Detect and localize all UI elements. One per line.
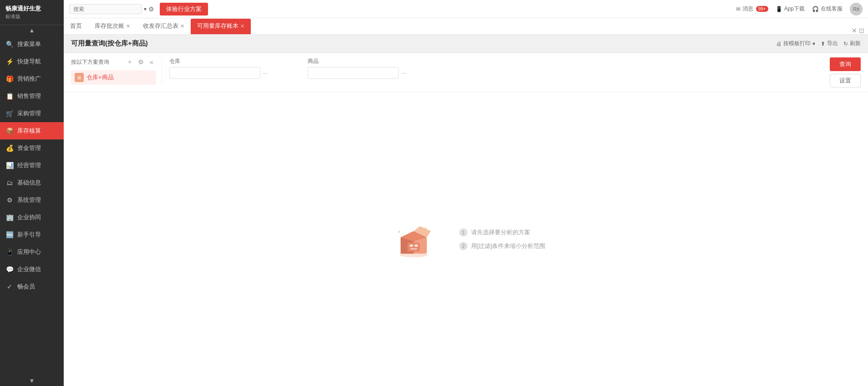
sidebar-item-search[interactable]: 🔍 搜索菜单 [0, 36, 64, 53]
sidebar-item-label: 基础信息 [17, 179, 41, 187]
main-container: ▾ ⚙ 体验行业方案 ✉ 消息 99+ 📱 App下载 🎧 在线客服 Rit [64, 0, 868, 386]
sidebar-item-label: 快捷导航 [17, 57, 41, 66]
sidebar-item-label: 畅会员 [17, 283, 35, 291]
settings-scheme-btn[interactable]: ⚙ [136, 57, 145, 67]
topbar-search-area: ▾ ⚙ [69, 4, 154, 14]
sidebar-item-shortcut[interactable]: ⚡ 快捷导航 [0, 53, 64, 70]
tab-batch-close[interactable]: ✕ [126, 23, 130, 29]
sidebar-item-sales[interactable]: 📋 销售管理 [0, 87, 64, 105]
product-input[interactable] [308, 67, 399, 79]
topbar: ▾ ⚙ 体验行业方案 ✉ 消息 99+ 📱 App下载 🎧 在线客服 Rit [64, 0, 868, 18]
print-btn[interactable]: 🖨 按模板打印 ▾ [776, 40, 815, 47]
sidebar-item-member[interactable]: ✓ 畅会员 [0, 278, 64, 295]
sidebar-item-label: 应用中心 [17, 248, 41, 256]
filter-settings-btn[interactable]: 设置 [830, 74, 861, 87]
tab-available-close[interactable]: ✕ [240, 23, 244, 29]
scheme-item-warehouse-product[interactable]: ⊞ 仓库+商品 [71, 70, 156, 85]
scroll-up-btn[interactable]: ▲ [0, 25, 64, 36]
export-btn[interactable]: ⬆ 导出 [821, 40, 838, 47]
tabs-bar: 首页 库存批次账 ✕ 收发存汇总表 ✕ 可用量库存账本 ✕ ✕ ⊡ [64, 18, 868, 35]
app-version: 标准版 [5, 14, 20, 19]
inventory-icon: 📦 [5, 127, 14, 135]
page-header: 可用量查询(按仓库+商品) 🖨 按模板打印 ▾ ⬆ 导出 ↻ 刷新 [64, 35, 868, 53]
money-icon: 💰 [5, 144, 14, 152]
trial-btn[interactable]: 体验行业方案 [160, 3, 208, 15]
sidebar-item-marketing[interactable]: 🎁 营销推广 [0, 70, 64, 87]
print-icon: 🖨 [776, 41, 782, 47]
tab-available-label: 可用量库存账本 [197, 22, 239, 30]
tab-home[interactable]: 首页 [64, 19, 88, 34]
app-download-label: App下载 [784, 5, 805, 13]
cart-icon: 🛒 [5, 109, 14, 118]
close-all-tabs-btn[interactable]: ✕ [852, 27, 857, 34]
scroll-down-btn[interactable]: ▼ [0, 376, 64, 386]
filter-scheme-title: 按以下方案查询 [71, 58, 109, 66]
search-settings-btn[interactable]: ⚙ [148, 5, 154, 13]
tip-text-2: 用[过滤]条件来缩小分析范围 [471, 242, 545, 250]
online-service-btn[interactable]: 🎧 在线客服 [812, 5, 843, 13]
sidebar-item-operation[interactable]: 📊 经营管理 [0, 157, 64, 174]
filter-scheme-panel: 按以下方案查询 ＋ ⚙ « ⊞ 仓库+商品 [71, 57, 162, 85]
filter-field-product: 商品 ··· [308, 57, 435, 79]
chart-icon: 📊 [5, 161, 14, 170]
filter-fields: 仓库 ··· 商品 ··· [162, 57, 824, 79]
folder-icon: 🗂 [5, 179, 14, 187]
app-name: 畅康通好生意 [5, 5, 58, 13]
search-input[interactable] [69, 4, 142, 14]
sidebar-logo: 畅康通好生意 标准版 [0, 0, 64, 25]
sidebar-item-wechat[interactable]: 💬 企业微信 [0, 261, 64, 278]
sidebar-item-enterprise[interactable]: 🏢 企业协同 [0, 209, 64, 226]
empty-tip-1: 1 请先选择要分析的方案 [459, 228, 545, 237]
sidebar-item-capital[interactable]: 💰 资金管理 [0, 139, 64, 157]
gift-icon: 🎁 [5, 75, 14, 83]
sidebar-item-label: 系统管理 [17, 196, 41, 204]
empty-box-icon: ✦ ✦ [393, 219, 434, 260]
query-btn[interactable]: 查询 [830, 57, 861, 71]
tab-batch[interactable]: 库存批次账 ✕ [88, 19, 137, 34]
sidebar-item-label: 新手引导 [17, 231, 41, 239]
sidebar-item-label: 经营管理 [17, 161, 41, 170]
message-label: 消息 [742, 5, 753, 13]
export-icon: ⬆ [821, 41, 825, 47]
tabs-actions: ✕ ⊡ [852, 27, 868, 34]
collapse-scheme-btn[interactable]: « [147, 57, 156, 67]
message-badge: 99+ [756, 6, 768, 12]
app-icon: 📱 [5, 248, 14, 256]
phone-icon: 📱 [776, 6, 782, 12]
filter-actions: 查询 设置 [824, 57, 861, 87]
refresh-btn[interactable]: ↻ 刷新 [843, 40, 861, 47]
scheme-item-label: 仓库+商品 [86, 73, 114, 82]
tab-summary[interactable]: 收发存汇总表 ✕ [137, 19, 191, 34]
app-download-btn[interactable]: 📱 App下载 [776, 5, 805, 13]
sidebar-item-appstore[interactable]: 📱 应用中心 [0, 243, 64, 261]
warehouse-more-btn[interactable]: ··· [263, 69, 269, 77]
warehouse-input[interactable] [169, 67, 260, 79]
sidebar-item-inventory[interactable]: 📦 库存核算 [0, 122, 64, 139]
tab-available[interactable]: 可用量库存账本 ✕ [191, 19, 251, 34]
avatar[interactable]: Rit [850, 3, 863, 15]
sidebar-item-system[interactable]: ⚙ 系统管理 [0, 191, 64, 209]
export-label: 导出 [827, 40, 838, 47]
filter-field-warehouse: 仓库 ··· [169, 57, 297, 79]
message-btn[interactable]: ✉ 消息 99+ [736, 5, 768, 13]
enterprise-icon: 🏢 [5, 213, 14, 221]
product-more-btn[interactable]: ··· [401, 69, 407, 77]
search-icon: 🔍 [5, 40, 14, 48]
topbar-right: ✉ 消息 99+ 📱 App下载 🎧 在线客服 Rit [736, 3, 863, 15]
page-header-actions: 🖨 按模板打印 ▾ ⬆ 导出 ↻ 刷新 [776, 40, 861, 47]
sidebar-item-guide[interactable]: 🆕 新手引导 [0, 226, 64, 243]
tab-summary-close[interactable]: ✕ [180, 23, 184, 29]
sidebar-item-basic[interactable]: 🗂 基础信息 [0, 174, 64, 191]
sidebar: 畅康通好生意 标准版 ▲ 🔍 搜索菜单 ⚡ 快捷导航 🎁 营销推广 📋 销售管理… [0, 0, 64, 386]
refresh-icon: ↻ [843, 41, 848, 47]
member-icon: ✓ [5, 283, 14, 291]
print-dropdown-icon: ▾ [812, 41, 815, 47]
add-scheme-btn[interactable]: ＋ [125, 57, 134, 67]
clipboard-icon: 📋 [5, 92, 14, 100]
filter-panel: 按以下方案查询 ＋ ⚙ « ⊞ 仓库+商品 仓库 [64, 53, 868, 93]
sidebar-item-purchase[interactable]: 🛒 采购管理 [0, 105, 64, 122]
maximize-btn[interactable]: ⊡ [859, 27, 864, 34]
search-dropdown-btn[interactable]: ▾ [144, 6, 147, 12]
online-service-label: 在线客服 [821, 5, 843, 13]
lightning-icon: ⚡ [5, 57, 14, 66]
